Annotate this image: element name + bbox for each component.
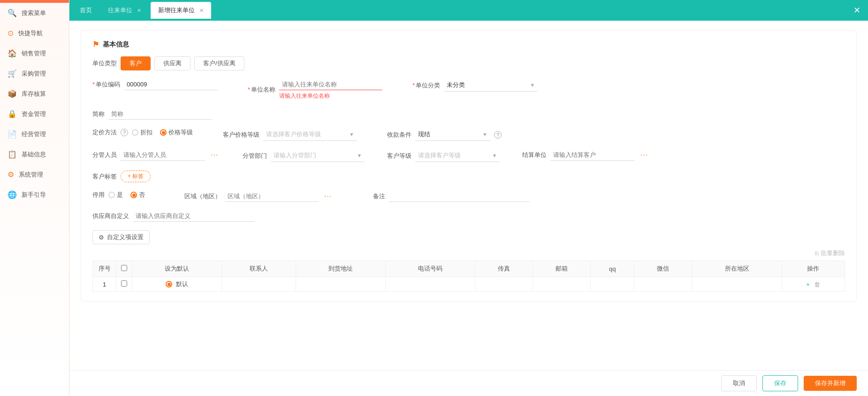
radio-no[interactable]: 否 xyxy=(130,191,145,199)
add-row-btn[interactable]: + xyxy=(806,281,810,288)
cell-location[interactable] xyxy=(692,277,782,292)
unit-category-label: *单位分类 xyxy=(412,81,440,90)
radio-yes-label: 是 xyxy=(117,191,123,199)
cell-fax[interactable] xyxy=(475,277,533,292)
sidebar-item-purchase-label: 采购管理 xyxy=(22,70,46,78)
custom-settings-row: ⚙ 自定义项设置 xyxy=(92,230,845,244)
pricing-method-radios: 折扣 价格等级 xyxy=(132,128,193,137)
remark-input[interactable] xyxy=(389,191,530,202)
unit-name-error: 请输入往来单位名称 xyxy=(279,92,382,100)
manager-more-btn[interactable]: ··· xyxy=(209,151,220,159)
sidebar-item-finance-label: 资金管理 xyxy=(22,110,46,118)
sidebar-item-purchase[interactable]: 🛒 采购管理 xyxy=(0,63,69,84)
tab-partners[interactable]: 往来单位 ✕ xyxy=(100,2,149,19)
radio-discount-circle xyxy=(132,129,138,136)
radio-yes-circle xyxy=(108,192,115,198)
bulk-delete-label: 批量删除 xyxy=(821,249,845,257)
short-name-row: 简称 xyxy=(92,109,845,120)
col-phone: 电话号码 xyxy=(385,261,475,277)
tab-partners-close[interactable]: ✕ xyxy=(137,8,141,14)
sidebar-item-finance[interactable]: 🔒 资金管理 xyxy=(0,104,69,124)
customer-price-level-select[interactable]: 请选择客户价格等级 ▼ xyxy=(263,128,357,141)
sidebar-item-operations[interactable]: 📄 经营管理 xyxy=(0,124,69,144)
customer-price-level-label: 客户价格等级 xyxy=(223,131,259,139)
customer-level-chevron: ▼ xyxy=(492,153,497,158)
cell-checkbox[interactable] xyxy=(116,277,132,292)
btn-customer[interactable]: 客户 xyxy=(121,56,151,70)
disabled-radios: 是 否 xyxy=(108,191,145,199)
bulk-delete-row: ⎘ 批量删除 xyxy=(92,249,845,257)
window-close-button[interactable]: ✕ xyxy=(850,5,864,16)
radio-price-level[interactable]: 价格等级 xyxy=(160,128,193,137)
sidebar-item-inventory[interactable]: 📦 库存核算 xyxy=(0,84,69,104)
cancel-button[interactable]: 取消 xyxy=(721,375,757,391)
disabled-field: 停用 是 否 xyxy=(92,191,145,199)
tab-new-partner[interactable]: 新增往来单位 ✕ xyxy=(151,2,211,19)
unit-name-input[interactable] xyxy=(279,79,382,90)
tab-new-partner-close[interactable]: ✕ xyxy=(199,8,204,14)
sidebar-item-basic[interactable]: 📋 基础信息 xyxy=(0,144,69,164)
select-all-checkbox[interactable] xyxy=(121,265,127,271)
short-name-input[interactable] xyxy=(108,109,212,120)
pricing-help-icon[interactable]: ? xyxy=(121,129,128,136)
row-checkbox[interactable] xyxy=(121,280,127,287)
sidebar-item-sales[interactable]: 🏠 销售管理 xyxy=(0,43,69,63)
tab-bar: 首页 往来单位 ✕ 新增往来单位 ✕ ✕ xyxy=(69,0,868,21)
customer-price-level-chevron: ▼ xyxy=(349,132,354,137)
radio-no-label: 否 xyxy=(139,191,145,199)
short-name-field: 简称 xyxy=(92,109,212,120)
radio-price-level-dot xyxy=(162,131,165,134)
settlement-more-btn[interactable]: ··· xyxy=(639,151,650,159)
btn-supplier[interactable]: 供应离 xyxy=(154,56,190,70)
sales-icon: 🏠 xyxy=(8,49,17,58)
unit-code-input[interactable] xyxy=(124,79,218,90)
unit-category-select[interactable]: 未分类 ▼ xyxy=(444,79,538,92)
system-icon: ⚙ xyxy=(8,170,14,179)
supplier-custom-input[interactable] xyxy=(133,210,255,222)
radio-discount[interactable]: 折扣 xyxy=(132,128,152,137)
cell-qq[interactable] xyxy=(591,277,634,292)
payment-terms-label: 收款条件 xyxy=(387,131,411,139)
cell-email[interactable] xyxy=(533,277,591,292)
department-select[interactable]: 请输入分管部门 ▼ xyxy=(271,149,365,162)
cell-actions: + 🗑 xyxy=(782,277,845,292)
radio-no-dot xyxy=(132,194,136,197)
cell-contact[interactable] xyxy=(222,277,296,292)
manager-label: 分管人员 xyxy=(92,151,117,159)
customer-level-label: 客户等级 xyxy=(387,152,411,160)
customer-level-select[interactable]: 请选择客户等级 ▼ xyxy=(415,149,500,162)
sidebar: 🔍 搜索菜单 ⊙ 快捷导航 🏠 销售管理 🛒 采购管理 📦 库存核算 🔒 资金管… xyxy=(0,0,69,396)
cell-wechat[interactable] xyxy=(634,277,692,292)
unit-category-value: 未分类 xyxy=(447,81,528,89)
disabled-label: 停用 xyxy=(92,191,105,199)
col-checkbox[interactable] xyxy=(116,261,132,277)
radio-yes[interactable]: 是 xyxy=(108,191,123,199)
default-radio[interactable]: 默认 xyxy=(137,280,217,288)
region-more-btn[interactable]: ··· xyxy=(322,192,334,201)
tab-home[interactable]: 首页 xyxy=(73,3,99,17)
sidebar-item-search[interactable]: 🔍 搜索菜单 xyxy=(0,3,69,23)
settlement-input[interactable] xyxy=(550,149,635,161)
sidebar-item-guide[interactable]: 🌐 新手引导 xyxy=(0,185,69,205)
sidebar-item-system[interactable]: ⚙ 系统管理 xyxy=(0,164,69,185)
btn-both[interactable]: 客户/供应离 xyxy=(194,56,244,70)
payment-terms-help-icon[interactable]: ? xyxy=(494,131,502,139)
custom-settings-button[interactable]: ⚙ 自定义项设置 xyxy=(92,230,150,244)
purchase-icon: 🛒 xyxy=(8,69,17,78)
payment-terms-select[interactable]: 现结 ▼ xyxy=(415,128,490,141)
cell-phone[interactable] xyxy=(385,277,475,292)
sidebar-item-operations-label: 经营管理 xyxy=(22,130,46,139)
cell-address[interactable] xyxy=(296,277,385,292)
sidebar-item-quick-nav[interactable]: ⊙ 快捷导航 xyxy=(0,23,69,43)
unit-type-label: 单位类型 xyxy=(92,59,117,68)
short-name-label: 简称 xyxy=(92,110,105,118)
region-input[interactable] xyxy=(225,191,319,202)
save-button[interactable]: 保存 xyxy=(762,375,798,391)
add-tag-button[interactable]: + 标签 xyxy=(121,171,151,182)
delete-row-btn[interactable]: 🗑 xyxy=(814,281,820,288)
manager-input[interactable] xyxy=(121,149,205,161)
col-qq: qq xyxy=(591,261,634,277)
unit-name-field: *单位名称 请输入往来单位名称 xyxy=(248,79,382,100)
save-new-button[interactable]: 保存并新增 xyxy=(804,376,857,391)
sidebar-item-basic-label: 基础信息 xyxy=(22,150,46,159)
